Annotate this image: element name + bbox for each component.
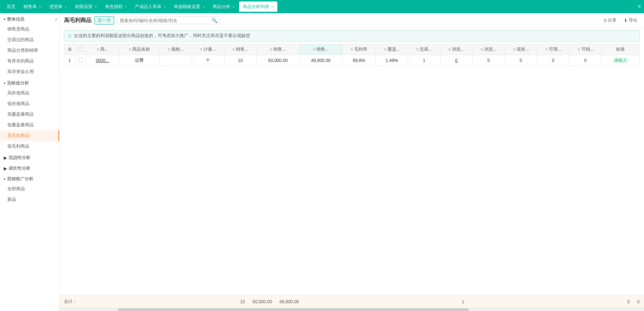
- export-button[interactable]: ⬆ 导出: [622, 16, 640, 25]
- tab-analysis-close[interactable]: ×: [233, 5, 235, 9]
- footer-sales2: 50,000.00: [252, 299, 272, 304]
- tab-analysis-list-close[interactable]: ×: [271, 5, 274, 9]
- sidebar-item-high-value[interactable]: 高价值商品: [0, 88, 59, 98]
- table-container[interactable]: ⚙ ⇅商... ⇅商品名称 ⇅规格... ⇅计量... ⇅销售... ⇅销售..…: [60, 44, 644, 295]
- sort-icon: ⇅: [578, 48, 580, 51]
- tab-production[interactable]: 产成品入库单 ×: [131, 1, 169, 12]
- sidebar-item-sales-goods[interactable]: 销售货商品: [0, 24, 59, 35]
- group-trend-label: 流趋性分析: [8, 155, 30, 161]
- footer-browse2-value: 0: [637, 299, 640, 304]
- col-trade[interactable]: ⇅交易...: [408, 44, 440, 55]
- group-growth-arrow: ▶: [4, 166, 7, 171]
- tab-template-close[interactable]: ×: [202, 5, 205, 9]
- sidebar-item-low-coverage[interactable]: 低覆盖量商品: [0, 120, 59, 130]
- sidebar-item-stock-fund[interactable]: 库存资金占用: [0, 66, 59, 77]
- sidebar-item-low-value[interactable]: 低价值商品: [0, 98, 59, 109]
- search-icon[interactable]: 🔍: [212, 18, 217, 23]
- sidebar-group-overall[interactable]: ▾ 整体信息: [0, 13, 59, 24]
- filter-recent-month[interactable]: 近一月: [94, 16, 114, 25]
- col-checkbox[interactable]: [75, 44, 86, 55]
- row-coverage: 1.49%: [376, 55, 408, 66]
- sidebar-group-trend[interactable]: ▶ 流趋性分析: [0, 152, 59, 162]
- table-header-row: ⚙ ⇅商... ⇅商品名称 ⇅规格... ⇅计量... ⇅销售... ⇅销售..…: [64, 44, 640, 55]
- sort-icon: ⇅: [513, 48, 516, 51]
- tab-roles-close[interactable]: ×: [125, 5, 127, 9]
- col-sales1[interactable]: ⇅销售...: [224, 44, 256, 55]
- scrollbar-thumb[interactable]: [118, 308, 469, 311]
- sort-icon: ⇅: [384, 48, 387, 51]
- search-input[interactable]: [120, 18, 210, 23]
- header-actions: ⎘ 分享 ⬆ 导出: [602, 16, 640, 25]
- tab-production-close[interactable]: ×: [163, 5, 166, 9]
- sidebar-item-traded-goods[interactable]: 交易过的商品: [0, 35, 59, 45]
- row-checkbox[interactable]: [75, 55, 86, 66]
- sort-icon: ⇅: [545, 48, 548, 51]
- col-stock1[interactable]: ⇅现有...: [505, 44, 537, 55]
- tab-roles[interactable]: 角色授权 ×: [101, 1, 131, 12]
- sidebar-item-all-goods[interactable]: 全部商品: [0, 184, 59, 194]
- sort-icon: ⇅: [97, 48, 100, 51]
- tab-purchase[interactable]: 进货单 ×: [46, 1, 71, 12]
- sidebar-item-in-stock[interactable]: 有库存的商品: [0, 56, 59, 66]
- tab-home[interactable]: 首页: [3, 1, 19, 12]
- content-header: 高毛利商品 近一月 🔍 ⎘ 分享 ⬆ 导出: [60, 13, 644, 28]
- group-growth-label: 成长性分析: [8, 165, 30, 171]
- sidebar-group-marketing[interactable]: ▾ 营销推广分析: [0, 173, 59, 184]
- col-coverage[interactable]: ⇅覆盖...: [376, 44, 408, 55]
- row-checkbox-box[interactable]: [78, 58, 83, 62]
- col-name[interactable]: ⇅商品名称: [119, 44, 160, 55]
- col-settings[interactable]: ⚙: [64, 44, 75, 55]
- settings-icon[interactable]: ⚙: [68, 47, 72, 52]
- col-sales2[interactable]: ⇅销售...: [256, 44, 299, 55]
- col-stock3[interactable]: ⇅可销...: [569, 44, 602, 55]
- sidebar-item-new-goods[interactable]: 新品: [0, 194, 59, 205]
- tab-sales-close[interactable]: ×: [39, 5, 41, 9]
- sidebar-group-growth[interactable]: ▶ 成长性分析: [0, 162, 59, 173]
- tab-permissions[interactable]: 权限设置 ×: [71, 1, 101, 12]
- tab-analysis-list[interactable]: 商品分析列表 ×: [239, 1, 277, 12]
- tab-template[interactable]: 单据模板设置 ×: [170, 1, 208, 12]
- row-sales1: 10: [224, 55, 256, 66]
- sort-icon: ⇅: [313, 48, 316, 51]
- row-name: 运费: [119, 55, 160, 66]
- footer-sales3: 49,900.00: [279, 299, 299, 304]
- sidebar-item-low-margin[interactable]: 低毛利商品: [0, 141, 59, 152]
- sidebar-item-high-coverage[interactable]: 高覆盖量商品: [0, 109, 59, 120]
- col-spec[interactable]: ⇅规格...: [160, 44, 192, 55]
- sidebar: « ▾ 整体信息 销售货商品 交易过的商品 商品分类助销率 有库存的商品 库存资…: [0, 13, 60, 311]
- sidebar-collapse-button[interactable]: «: [55, 16, 58, 22]
- sidebar-group-contribution[interactable]: ▾ 贡献值分析: [0, 77, 59, 88]
- row-browse1-link[interactable]: 0: [455, 58, 458, 63]
- close-all-button[interactable]: ×: [638, 3, 641, 10]
- row-code[interactable]: 0000...: [86, 55, 119, 66]
- col-stock2[interactable]: ⇅可用...: [537, 44, 569, 55]
- sort-icon: ⇅: [200, 48, 203, 51]
- col-tag[interactable]: 标签: [602, 44, 640, 55]
- sidebar-item-category-rate[interactable]: 商品分类助销率: [0, 45, 59, 56]
- header-checkbox[interactable]: [78, 47, 83, 51]
- col-browse1[interactable]: ⇅浏览...: [440, 44, 472, 55]
- share-label: 分享: [608, 17, 616, 23]
- tab-purchase-close[interactable]: ×: [65, 5, 67, 9]
- col-browse2[interactable]: ⇅浏览...: [472, 44, 505, 55]
- footer-sales1-value: 10: [240, 299, 245, 304]
- footer-browse1-value: 0: [627, 299, 630, 304]
- info-text: 企业的主要的利润都是这部分商品创造的，可考虑加大推广，同时关注库存是不要出现缺货: [74, 33, 250, 39]
- row-code-link[interactable]: 0000...: [96, 58, 109, 63]
- share-button[interactable]: ⎘ 分享: [602, 16, 619, 25]
- tab-analysis[interactable]: 商品分析 ×: [209, 1, 238, 12]
- share-icon: ⎘: [604, 18, 607, 23]
- group-trend-arrow: ▶: [4, 155, 7, 160]
- row-sales3: 49,900.00: [299, 55, 342, 66]
- col-unit[interactable]: ⇅计量...: [192, 44, 224, 55]
- horizontal-scrollbar[interactable]: [60, 308, 644, 311]
- row-browse1[interactable]: 0: [440, 55, 472, 66]
- col-code[interactable]: ⇅商...: [86, 44, 119, 55]
- sidebar-item-high-margin[interactable]: 高毛利商品: [0, 130, 59, 141]
- tab-home-label: 首页: [7, 4, 15, 10]
- tab-analysis-label: 商品分析: [213, 4, 230, 10]
- tab-permissions-close[interactable]: ×: [95, 5, 97, 9]
- col-gross-rate[interactable]: ⇅毛利率: [342, 44, 375, 55]
- tab-sales[interactable]: 销售单 ×: [20, 1, 45, 12]
- col-sales3[interactable]: ⇅销售...: [299, 44, 342, 55]
